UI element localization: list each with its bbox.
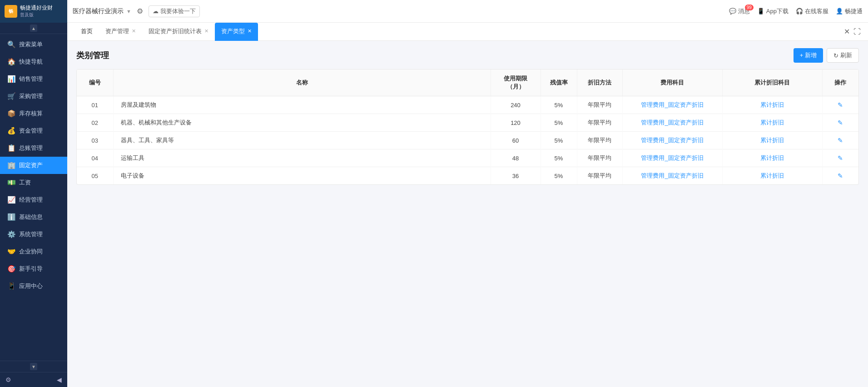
tab-close-icon[interactable]: ✕ — [204, 28, 208, 34]
cell-accum[interactable]: 累计折旧 — [722, 149, 822, 167]
tab-bar-right: ✕ ⛶ — [844, 27, 861, 36]
tab-asset_type[interactable]: 资产类型✕ — [215, 23, 258, 41]
cell-accum[interactable]: 累计折旧 — [722, 167, 822, 185]
page-content: 类别管理 + 新增 ↻ 刷新 编号名称使用期限（月）残值率折旧方法费用科目累计折… — [67, 41, 868, 387]
company-selector[interactable]: 医疗器械行业演示 ▼ — [73, 7, 131, 15]
cell-period: 120 — [491, 114, 541, 132]
edit-button[interactable]: ✎ — [838, 172, 843, 179]
cell-code: 03 — [77, 132, 113, 149]
sidebar-item-purchase[interactable]: 🛒 采购管理 — [0, 88, 67, 105]
tab-label: 资产类型 — [221, 27, 245, 35]
basicinfo-icon: ℹ️ — [7, 213, 15, 221]
cell-name: 器具、工具、家具等 — [113, 132, 491, 149]
online-service-button[interactable]: 🎧 在线客服 — [796, 7, 828, 15]
sidebar-item-label: 固定资产 — [19, 161, 43, 169]
cell-period: 36 — [491, 167, 541, 185]
tab-depreciation[interactable]: 固定资产折旧统计表✕ — [142, 23, 215, 41]
tab-close-icon[interactable]: ✕ — [248, 28, 252, 34]
sidebar-item-quicknav[interactable]: 🏠 快捷导航 — [0, 53, 67, 70]
salary-icon: 💵 — [7, 179, 15, 187]
sidebar-item-search[interactable]: 🔍 搜索菜单 — [0, 36, 67, 53]
cell-residual: 5% — [541, 96, 577, 114]
logo-icon: 畅 — [5, 5, 17, 18]
cell-method: 年限平均 — [577, 132, 622, 149]
operation-icon: 📈 — [7, 196, 15, 204]
sidebar-item-label: 快捷导航 — [19, 58, 43, 66]
sidebar-item-enterprise[interactable]: 🤝 企业协同 — [0, 243, 67, 260]
sidebar-item-fixedasset[interactable]: 🏢 固定资产 — [0, 157, 67, 174]
header-gear-icon[interactable]: ⚙ — [137, 7, 143, 15]
inventory-icon: 📦 — [7, 109, 15, 118]
cell-accum[interactable]: 累计折旧 — [722, 96, 822, 114]
cell-code: 04 — [77, 149, 113, 167]
sidebar-item-system[interactable]: ⚙️ 系统管理 — [0, 226, 67, 243]
new-button[interactable]: + 新增 — [794, 48, 823, 63]
cell-name: 运输工具 — [113, 149, 491, 167]
cell-period: 240 — [491, 96, 541, 114]
online-service-label: 在线客服 — [805, 7, 828, 15]
tab-label: 资产管理 — [105, 27, 129, 35]
experience-button[interactable]: ☁ 我要体验一下 — [149, 5, 200, 17]
scroll-down-button[interactable]: ▼ — [30, 363, 37, 370]
cell-expense[interactable]: 管理费用_固定资产折旧 — [622, 132, 722, 149]
main-content: 医疗器械行业演示 ▼ ⚙ ☁ 我要体验一下 💬 消息 99 📱 App下载 🎧 … — [67, 0, 868, 387]
cell-expense[interactable]: 管理费用_固定资产折旧 — [622, 167, 722, 185]
cell-residual: 5% — [541, 132, 577, 149]
refresh-icon: ↻ — [833, 52, 838, 59]
scroll-up-button[interactable]: ▲ — [30, 25, 37, 32]
cell-method: 年限平均 — [577, 149, 622, 167]
cell-expense[interactable]: 管理费用_固定资产折旧 — [622, 149, 722, 167]
sidebar-item-operation[interactable]: 📈 经营管理 — [0, 191, 67, 208]
edit-button[interactable]: ✎ — [838, 101, 843, 109]
cell-name: 电子设备 — [113, 167, 491, 185]
sidebar-item-label: 采购管理 — [19, 92, 43, 100]
tab-close-icon[interactable]: ✕ — [132, 28, 136, 34]
app-download-label: App下载 — [766, 7, 789, 15]
message-icon: 💬 — [729, 8, 736, 15]
sidebar-item-label: 企业协同 — [19, 248, 43, 256]
sidebar-item-sales[interactable]: 📊 销售管理 — [0, 70, 67, 88]
header-actions: + 新增 ↻ 刷新 — [794, 48, 859, 63]
edit-button[interactable]: ✎ — [838, 137, 843, 144]
cell-expense[interactable]: 管理费用_固定资产折旧 — [622, 96, 722, 114]
cell-expense[interactable]: 管理费用_固定资产折旧 — [622, 114, 722, 132]
cell-code: 02 — [77, 114, 113, 132]
sidebar-nav: 🔍 搜索菜单 🏠 快捷导航 📊 销售管理 🛒 采购管理 📦 库存核算 💰 资金管… — [0, 34, 67, 361]
sidebar-item-ledger[interactable]: 📋 总账管理 — [0, 139, 67, 157]
cell-action: ✎ — [822, 167, 858, 185]
cell-action: ✎ — [822, 132, 858, 149]
sidebar-item-salary[interactable]: 💵 工资 — [0, 174, 67, 191]
edit-button[interactable]: ✎ — [838, 154, 843, 162]
sidebar-item-basicinfo[interactable]: ℹ️ 基础信息 — [0, 208, 67, 226]
cell-code: 01 — [77, 96, 113, 114]
company-chevron-icon: ▼ — [126, 9, 131, 14]
fixedasset-icon: 🏢 — [7, 161, 15, 169]
settings-footer-button[interactable]: ⚙ — [5, 376, 11, 383]
user-menu-button[interactable]: 👤 畅捷通 — [836, 7, 863, 15]
cell-accum[interactable]: 累计折旧 — [722, 114, 822, 132]
data-table-wrapper: 编号名称使用期限（月）残值率折旧方法费用科目累计折旧科目操作 01 房屋及建筑物… — [76, 69, 859, 185]
cell-accum[interactable]: 累计折旧 — [722, 132, 822, 149]
app-download-button[interactable]: 📱 App下载 — [757, 7, 789, 15]
collapse-sidebar-button[interactable]: ◀ — [57, 376, 62, 383]
tab-home[interactable]: 首页 — [74, 23, 99, 41]
quicknav-icon: 🏠 — [7, 58, 15, 66]
logo-sub: 普及版 — [20, 12, 53, 18]
sidebar-item-capital[interactable]: 💰 资金管理 — [0, 122, 67, 139]
sidebar-item-newguide[interactable]: 🎯 新手引导 — [0, 260, 67, 278]
cell-name: 机器、机械和其他生产设备 — [113, 114, 491, 132]
sidebar-item-inventory[interactable]: 📦 库存核算 — [0, 105, 67, 122]
tab-close-window-icon[interactable]: ✕ — [844, 27, 850, 36]
refresh-button[interactable]: ↻ 刷新 — [827, 48, 859, 63]
tab-maximize-icon[interactable]: ⛶ — [853, 28, 861, 36]
edit-button[interactable]: ✎ — [838, 119, 843, 126]
purchase-icon: 🛒 — [7, 92, 15, 100]
cell-period: 48 — [491, 149, 541, 167]
sidebar-item-label: 新手引导 — [19, 265, 43, 273]
cell-method: 年限平均 — [577, 96, 622, 114]
sidebar-item-appcenter[interactable]: 📱 应用中心 — [0, 278, 67, 295]
col-header-expense: 费用科目 — [622, 69, 722, 96]
cell-residual: 5% — [541, 114, 577, 132]
tab-asset_mgmt[interactable]: 资产管理✕ — [99, 23, 142, 41]
message-button[interactable]: 💬 消息 99 — [729, 7, 750, 15]
